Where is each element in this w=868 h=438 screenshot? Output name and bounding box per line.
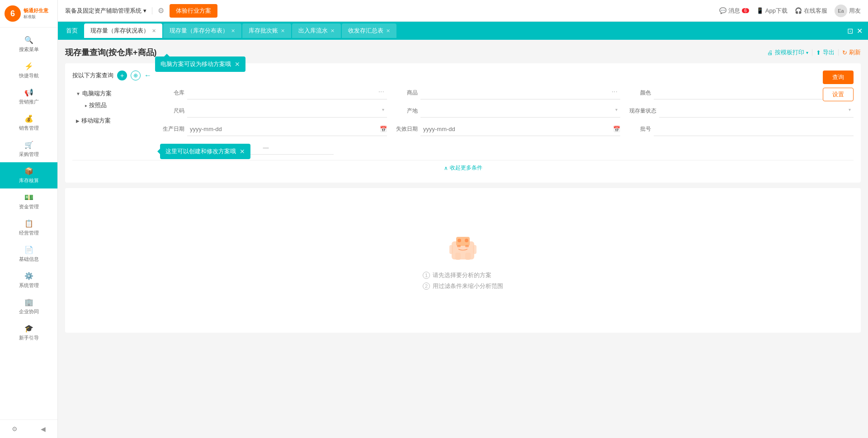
logo-badge: 标准版 [24, 14, 48, 20]
tab-collect[interactable]: 收发存汇总表 ✕ [342, 24, 396, 38]
svg-rect-4 [449, 245, 453, 254]
warehouse-select[interactable]: ··· [187, 86, 387, 99]
report-icon: 📋 [24, 219, 33, 228]
expire-date-cal-icon[interactable]: 📅 [613, 126, 620, 132]
sidebar-item-guide[interactable]: 🎓新手引导 [0, 320, 57, 346]
refresh-icon: ↻ [842, 49, 847, 56]
sidebar-item-operation[interactable]: 📋经营管理 [0, 215, 57, 241]
scheme-child1-label: 按照品 [89, 101, 107, 109]
svg-point-3 [465, 239, 468, 242]
collapse-sidebar-button[interactable]: ◀ [41, 425, 46, 433]
empty-tip2: 2 用过滤条件来缩小分析范围 [423, 282, 503, 290]
filter-expire-date: 失效日期 📅 [396, 122, 620, 136]
filter-row2: 尺码 ▾ 产地 ▾ 现存量状态 [163, 104, 854, 118]
empty-illustration [440, 228, 486, 264]
refresh-btn[interactable]: ↻ 刷新 [842, 48, 861, 57]
stock-dist-tab-close[interactable]: ✕ [231, 28, 235, 34]
user-avatar: Ea [835, 5, 847, 17]
message-btn[interactable]: 💬 消息 6 [719, 7, 749, 15]
tab-home[interactable]: 首页 [60, 24, 84, 38]
settings-button[interactable]: ⚙ [12, 425, 18, 433]
reset-btn[interactable]: 设置 [823, 88, 854, 101]
sidebar-item-quick[interactable]: ⚡快捷导航 [0, 57, 57, 84]
filter-add-btn[interactable]: + [117, 71, 127, 80]
sidebar-item-sales[interactable]: 💰销售管理 [0, 110, 57, 136]
search-icon: 🔍 [24, 36, 33, 44]
search-btn-group: 查询 设置 [823, 71, 854, 101]
prod-date-start[interactable] [187, 122, 378, 136]
chevron-down-icon: ▾ [143, 7, 146, 14]
batch-no-input[interactable] [654, 122, 854, 136]
tab-stock-status[interactable]: 现存量（库存状况表） ✕ [84, 24, 162, 38]
filter-header-label: 按以下方案查询 [72, 71, 113, 80]
collect-tab-close[interactable]: ✕ [386, 28, 390, 34]
stock-status-tab-close[interactable]: ✕ [152, 28, 156, 34]
prod-date-cal-icon[interactable]: 📅 [380, 126, 387, 132]
filter-stock-status: 现存量状态 ▾ [629, 104, 854, 118]
origin-select[interactable]: ▾ [420, 104, 620, 118]
sidebar-item-inventory[interactable]: 📦库存核算 [0, 162, 57, 188]
in-out-tab-close[interactable]: ✕ [330, 28, 335, 34]
scheme-desktop[interactable]: ▼ 电脑端方案 [72, 88, 115, 99]
collapse-bar[interactable]: ∧ 收起更多条件 [72, 160, 854, 175]
page-title: 现存量查询(按仓库+商品) [65, 47, 157, 58]
sidebar-item-system[interactable]: ⚙️系统管理 [0, 267, 57, 293]
print-btn[interactable]: 🖨 按模板打印 ▾ [767, 48, 808, 57]
filter-row3: 生产日期 📅 失效日期 📅 批号 [163, 122, 854, 136]
in-out-tab-label: 出入库流水 [298, 27, 328, 35]
service-btn[interactable]: 🎧 在线客服 [795, 7, 827, 15]
settings-icon[interactable]: ⚙ [158, 6, 164, 15]
sidebar-item-purchase[interactable]: 🛒采购管理 [0, 136, 57, 162]
sidebar-item-marketing[interactable]: 📢营销推广 [0, 84, 57, 110]
sidebar-item-enterprise[interactable]: 🏢企业协同 [0, 293, 57, 320]
svg-rect-9 [465, 245, 469, 247]
export-btn[interactable]: ⬆ 导出 [816, 48, 835, 57]
collect-tab-label: 收发存汇总表 [348, 27, 383, 35]
sidebar-item-finance[interactable]: 💵资金管理 [0, 188, 57, 215]
tab-in-out[interactable]: 出入库流水 ✕ [292, 24, 341, 38]
goods-select[interactable]: ··· [420, 86, 620, 99]
size-arrow-icon: ▾ [382, 107, 384, 112]
sidebar-logo: 6 畅通好生意 标准版 [0, 0, 57, 28]
warehouse-dots[interactable]: ··· [378, 88, 384, 96]
stock-dist-tab-label: 现存量（库存分布表） [170, 27, 228, 35]
tab-maximize-btn[interactable]: ⊡ [847, 27, 853, 35]
scheme-desktop-child1[interactable]: ▸ 按照品 [81, 99, 115, 111]
building-icon: 🏢 [24, 298, 33, 306]
sidebar-item-basic[interactable]: 📄基础信息 [0, 241, 57, 267]
data-table-area: 1 请先选择要分析的方案 2 用过滤条件来缩小分析范围 [65, 188, 861, 333]
scheme-mobile[interactable]: ▶ 移动端方案 [72, 115, 115, 127]
system-selector[interactable]: 装备及固定资产辅助管理系统 ▾ [65, 7, 146, 15]
empty-tips: 1 请先选择要分析的方案 2 用过滤条件来缩小分析范围 [423, 271, 503, 293]
tab-stock-dist[interactable]: 现存量（库存分布表） ✕ [163, 24, 241, 38]
expire-date-start[interactable] [420, 122, 611, 136]
print-arrow-icon: ▾ [806, 50, 808, 55]
size-select[interactable]: ▾ [187, 104, 387, 118]
app-download-btn[interactable]: 📱 App下载 [756, 7, 788, 15]
svg-rect-6 [455, 253, 461, 260]
tooltip-scheme-close[interactable]: ✕ [235, 61, 240, 68]
stock-status-select[interactable]: ▾ [659, 104, 854, 118]
stock-qty-max[interactable] [273, 141, 334, 154]
sidebar-item-search[interactable]: 🔍搜索菜单 [0, 31, 57, 57]
phone-icon: 📱 [756, 7, 764, 14]
tip2-text: 用过滤条件来缩小分析范围 [433, 282, 503, 290]
user-btn[interactable]: Ea 用友 [835, 5, 861, 17]
filter-copy-btn[interactable]: ⊕ [131, 71, 141, 80]
filter-back-btn[interactable]: ← [144, 71, 151, 80]
tab-batch[interactable]: 库存批次账 ✕ [242, 24, 291, 38]
tab-close-all-btn[interactable]: ✕ [857, 27, 863, 35]
scheme-desktop-children: ▸ 按照品 [72, 99, 115, 111]
filter-size: 尺码 ▾ [163, 104, 387, 118]
goods-label: 商品 [396, 89, 418, 97]
search-btn[interactable]: 查询 [823, 71, 854, 84]
tip-num2: 2 [423, 283, 430, 290]
tooltip-create-close[interactable]: ✕ [240, 148, 245, 155]
svg-rect-8 [457, 245, 461, 247]
industry-btn[interactable]: 体验行业方案 [170, 4, 217, 18]
batch-tab-close[interactable]: ✕ [281, 28, 285, 34]
filter-stock-qty: 现存量（主） — [163, 141, 854, 155]
print-icon: 🖨 [767, 49, 773, 56]
filter-warehouse: 仓库 ··· [163, 86, 387, 99]
goods-dots[interactable]: ··· [612, 88, 618, 96]
